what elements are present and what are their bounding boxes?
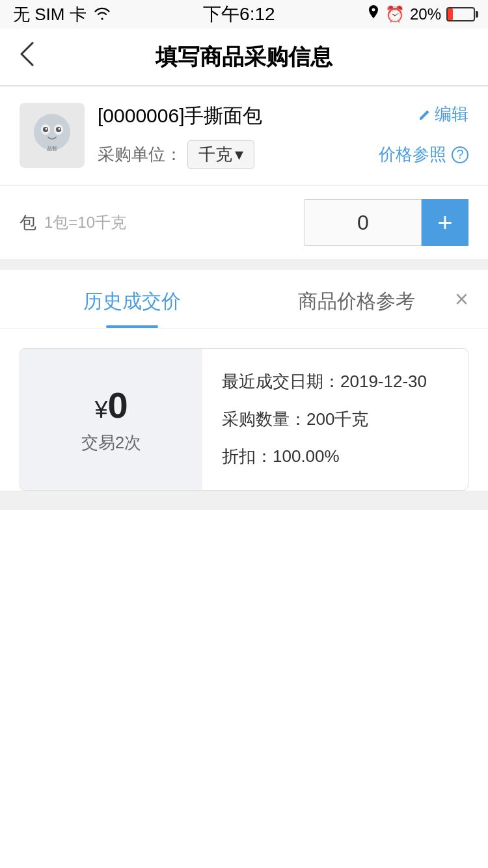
tab-product-price-ref[interactable]: 商品价格参考 <box>244 270 468 328</box>
product-header: [0000006]手撕面包 编辑 <box>98 103 468 129</box>
unit-select[interactable]: 千克 ▾ <box>187 140 254 169</box>
carrier-label: 无 SIM 卡 <box>13 3 87 26</box>
product-info: [0000006]手撕面包 编辑 采购单位： 千克 ▾ 价格参照 ? <box>98 103 468 169</box>
svg-point-0 <box>34 114 70 150</box>
status-bar-time: 下午6:12 <box>203 2 275 27</box>
wifi-icon <box>93 5 111 25</box>
battery-percent: 20% <box>410 5 441 23</box>
tab-history-price[interactable]: 历史成交价 <box>20 270 244 328</box>
location-icon <box>367 5 380 23</box>
tab-underline <box>106 325 158 328</box>
price-value: ¥0 <box>94 384 128 426</box>
svg-point-6 <box>59 128 61 129</box>
battery-fill <box>448 8 453 20</box>
product-name: [0000006]手撕面包 <box>98 103 262 129</box>
tabs-section: 历史成交价 商品价格参考 × ¥0 交易2次 最近成交日期：2019-12-30… <box>0 270 488 491</box>
tabs-header: 历史成交价 商品价格参考 × <box>0 270 488 329</box>
svg-point-5 <box>46 128 47 129</box>
quantity-section: 包 1包=10千克 0 + <box>0 186 488 260</box>
alarm-icon: ⏰ <box>385 5 405 23</box>
product-section: 品智 [0000006]手撕面包 编辑 采购单位： 千克 ▾ <box>0 87 488 185</box>
price-transactions: 交易2次 <box>81 431 141 454</box>
price-card-right: 最近成交日期：2019-12-30 采购数量：200千克 折扣：100.00% <box>202 349 468 490</box>
unit-badge: 包 <box>20 211 36 234</box>
price-card-left: ¥0 交易2次 <box>20 349 202 490</box>
product-unit-row: 采购单位： 千克 ▾ 价格参照 ? <box>98 140 468 169</box>
tab-close-button[interactable]: × <box>448 279 475 319</box>
back-button[interactable] <box>13 35 40 79</box>
nav-bar: 填写商品采购信息 <box>0 29 488 86</box>
quantity-input[interactable]: 0 <box>305 199 422 246</box>
quantity-plus-button[interactable]: + <box>422 199 468 246</box>
price-reference-button[interactable]: 价格参照 ? <box>379 143 468 166</box>
product-logo: 品智 <box>20 103 85 168</box>
quantity-label: 包 1包=10千克 <box>20 211 126 234</box>
unit-hint: 1包=10千克 <box>44 212 126 233</box>
chevron-down-icon: ▾ <box>235 144 243 165</box>
quantity-input-group: 0 + <box>305 199 468 246</box>
unit-label: 采购单位： 千克 ▾ <box>98 140 254 169</box>
status-bar-left: 无 SIM 卡 <box>13 3 111 26</box>
currency-symbol: ¥ <box>94 396 107 423</box>
edit-button[interactable]: 编辑 <box>418 103 468 126</box>
owl-icon: 品智 <box>31 111 73 160</box>
body-fill <box>0 510 488 868</box>
page-title: 填写商品采购信息 <box>156 42 332 72</box>
status-bar: 无 SIM 卡 下午6:12 ⏰ 20% <box>0 0 488 29</box>
status-bar-right: ⏰ 20% <box>367 5 475 23</box>
price-card: ¥0 交易2次 最近成交日期：2019-12-30 采购数量：200千克 折扣：… <box>20 348 468 491</box>
quantity-row: 采购数量：200千克 <box>222 406 448 433</box>
svg-text:品智: 品智 <box>47 146 57 152</box>
question-icon: ? <box>452 146 468 163</box>
latest-date-row: 最近成交日期：2019-12-30 <box>222 368 448 396</box>
discount-row: 折扣：100.00% <box>222 443 448 470</box>
battery-icon <box>446 7 475 21</box>
